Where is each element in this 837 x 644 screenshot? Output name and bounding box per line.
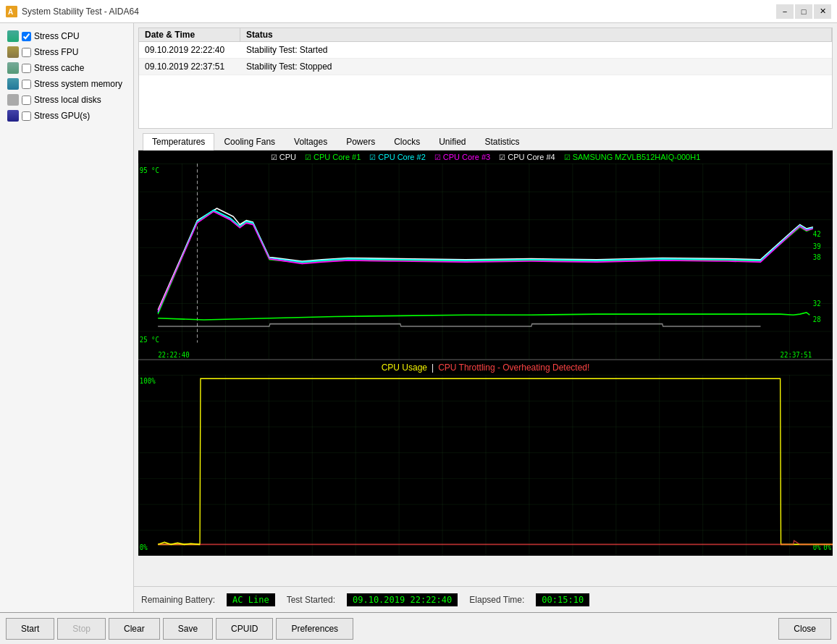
svg-text:42: 42 (813, 229, 821, 238)
tab-statistics[interactable]: Statistics (476, 133, 529, 150)
log-status-2: Stability Test: Stopped (240, 60, 832, 73)
title-bar-left: A System Stability Test - AIDA64 (6, 6, 139, 17)
stress-cache-label: Stress cache (34, 63, 84, 73)
start-button[interactable]: Start (6, 618, 54, 640)
battery-label: Remaining Battery: (141, 595, 215, 605)
temp-chart-svg: 95 °C 25 °C 22:22:40 22:37:51 42 39 38 3… (138, 164, 833, 359)
legend-core2-label: CPU Core #2 (378, 153, 425, 161)
svg-text:0%: 0% (140, 543, 148, 551)
log-row-2: 09.10.2019 22:37:51 Stability Test: Stop… (139, 59, 832, 75)
stress-disk-item[interactable]: Stress local disks (4, 93, 129, 107)
svg-text:25 °C: 25 °C (140, 336, 159, 344)
left-panel: Stress CPU Stress FPU Stress cache Stres… (0, 23, 134, 612)
cache-icon (7, 62, 19, 74)
log-row-1: 09.10.2019 22:22:40 Stability Test: Star… (139, 42, 832, 59)
svg-text:100%: 100% (140, 377, 156, 386)
fpu-icon (7, 46, 19, 58)
stress-mem-item[interactable]: Stress system memory (4, 77, 129, 91)
stress-cache-checkbox[interactable] (22, 64, 31, 73)
tab-voltages[interactable]: Voltages (285, 133, 337, 150)
tab-temperatures[interactable]: Temperatures (143, 133, 214, 151)
stress-disk-label: Stress local disks (34, 95, 101, 105)
stress-fpu-label: Stress FPU (34, 47, 78, 57)
legend-samsung-label: SAMSUNG MZVLB512HAIQ-000H1 (573, 153, 701, 161)
stress-cpu-label: Stress CPU (34, 31, 80, 41)
gpu-icon (7, 110, 19, 122)
tab-clocks[interactable]: Clocks (384, 133, 429, 150)
legend-core3-label: CPU Core #3 (443, 153, 490, 161)
charts-container: ☑ CPU ☑ CPU Core #1 ☑ CPU Core #2 ☑ CPU … (138, 151, 833, 586)
usage-chart: CPU Usage | CPU Throttling - Overheating… (138, 360, 833, 556)
app-icon: A (6, 6, 17, 17)
temp-chart-legend: ☑ CPU ☑ CPU Core #1 ☑ CPU Core #2 ☑ CPU … (138, 151, 833, 164)
bottom-bar: Start Stop Clear Save CPUID Preferences … (0, 612, 837, 644)
svg-text:22:37:51: 22:37:51 (781, 350, 812, 359)
test-started-value: 09.10.2019 22:22:40 (347, 593, 458, 606)
temp-chart-area: 95 °C 25 °C 22:22:40 22:37:51 42 39 38 3… (138, 164, 833, 359)
svg-text:38: 38 (813, 253, 821, 261)
legend-cpu[interactable]: ☑ CPU (271, 153, 296, 161)
maximize-button[interactable]: □ (795, 4, 812, 19)
legend-cpu-core2[interactable]: ☑ CPU Core #2 (369, 153, 425, 161)
elapsed-value: 00:15:10 (536, 593, 589, 606)
tab-powers[interactable]: Powers (337, 133, 384, 150)
log-panel: Date & Time Status 09.10.2019 22:22:40 S… (138, 27, 833, 129)
svg-text:95 °C: 95 °C (140, 166, 159, 175)
svg-text:39: 39 (813, 242, 821, 250)
cpuid-button[interactable]: CPUID (216, 618, 273, 640)
stop-button[interactable]: Stop (57, 618, 106, 640)
minimize-button[interactable]: − (776, 4, 794, 19)
mem-icon (7, 78, 19, 90)
tab-cooling-fans[interactable]: Cooling Fans (214, 133, 285, 150)
log-status-1: Stability Test: Started (240, 43, 832, 56)
stress-gpu-label: Stress GPU(s) (34, 111, 90, 121)
svg-rect-21 (138, 375, 833, 556)
save-button[interactable]: Save (163, 618, 213, 640)
status-bar: Remaining Battery: AC Line Test Started:… (134, 586, 837, 612)
usage-chart-area: 100% 0% 0% 0% (138, 375, 833, 556)
usage-chart-header: CPU Usage | CPU Throttling - Overheating… (138, 360, 833, 375)
battery-value: AC Line (227, 593, 275, 606)
stress-cpu-checkbox[interactable] (22, 32, 31, 41)
legend-core3-check: ☑ (434, 153, 441, 161)
log-header: Date & Time Status (139, 28, 832, 42)
usage-title-main: CPU Usage (382, 363, 427, 373)
stress-cpu-item[interactable]: Stress CPU (4, 29, 129, 43)
window-close-button[interactable]: ✕ (814, 4, 831, 19)
legend-core4-check: ☑ (499, 153, 505, 161)
clear-button[interactable]: Clear (109, 618, 160, 640)
cpu-icon (7, 30, 19, 42)
legend-cpu-core1[interactable]: ☑ CPU Core #1 (305, 153, 361, 161)
stress-gpu-item[interactable]: Stress GPU(s) (4, 109, 129, 123)
log-datetime-2: 09.10.2019 22:37:51 (139, 60, 240, 73)
legend-core1-check: ☑ (305, 153, 311, 161)
legend-samsung[interactable]: ☑ SAMSUNG MZVLB512HAIQ-000H1 (564, 153, 701, 161)
close-button[interactable]: Close (778, 618, 831, 640)
preferences-button[interactable]: Preferences (276, 618, 353, 640)
temperature-chart: ☑ CPU ☑ CPU Core #1 ☑ CPU Core #2 ☑ CPU … (138, 151, 833, 360)
svg-text:32: 32 (813, 299, 821, 308)
stress-fpu-item[interactable]: Stress FPU (4, 45, 129, 59)
title-bar-controls: − □ ✕ (776, 4, 831, 19)
usage-chart-svg: 100% 0% 0% 0% (138, 375, 833, 556)
legend-core4-label: CPU Core #4 (508, 153, 555, 161)
usage-separator: | (432, 363, 434, 373)
window-title: System Stability Test - AIDA64 (22, 7, 139, 17)
stress-fpu-checkbox[interactable] (22, 48, 31, 57)
stress-disk-checkbox[interactable] (22, 96, 31, 105)
stress-mem-checkbox[interactable] (22, 80, 31, 89)
usage-title-warning: CPU Throttling - Overheating Detected! (438, 363, 589, 373)
legend-core1-label: CPU Core #1 (314, 153, 361, 161)
stress-gpu-checkbox[interactable] (22, 111, 31, 121)
main-content: Stress CPU Stress FPU Stress cache Stres… (0, 23, 837, 612)
test-started-label: Test Started: (287, 595, 335, 605)
log-status-header: Status (240, 28, 832, 41)
legend-cpu-core3[interactable]: ☑ CPU Core #3 (434, 153, 490, 161)
legend-samsung-check: ☑ (564, 153, 571, 161)
disk-icon (7, 94, 19, 106)
tab-unified[interactable]: Unified (429, 133, 475, 150)
stress-cache-item[interactable]: Stress cache (4, 61, 129, 75)
right-panel: Date & Time Status 09.10.2019 22:22:40 S… (134, 23, 837, 612)
legend-cpu-core4[interactable]: ☑ CPU Core #4 (499, 153, 555, 161)
tabs-bar: Temperatures Cooling Fans Voltages Power… (138, 133, 833, 151)
